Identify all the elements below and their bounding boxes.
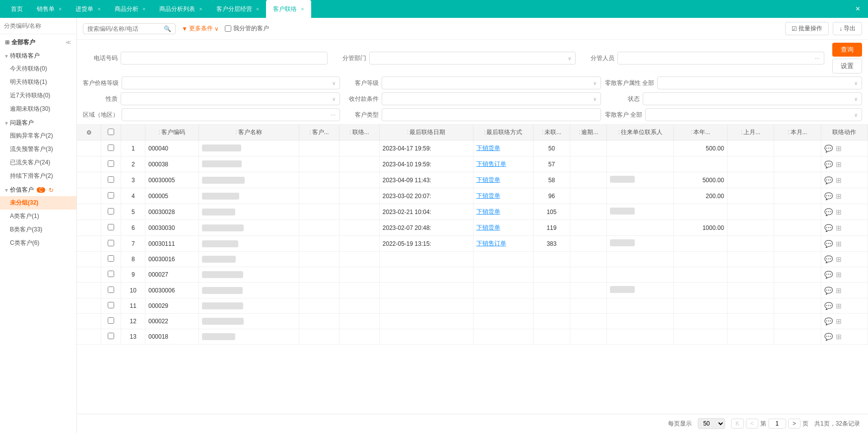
chat-icon[interactable]: 💬: [824, 224, 833, 232]
grid-action-icon[interactable]: ⊞: [836, 192, 842, 200]
row-check-cell[interactable]: [101, 267, 121, 283]
refresh-icon[interactable]: ↻: [49, 187, 54, 194]
nav-tab-customer-contact[interactable]: 客户联络 ×: [266, 0, 311, 18]
cust-type-select[interactable]: [382, 108, 601, 121]
row-checkbox[interactable]: [108, 224, 114, 230]
row-check-cell[interactable]: [101, 329, 121, 345]
row-checkbox[interactable]: [108, 144, 114, 151]
customer-contact-tab-close[interactable]: ×: [301, 6, 304, 12]
last-way-link[interactable]: 下销货单: [476, 208, 500, 215]
phone-input[interactable]: [121, 52, 328, 65]
col-setting[interactable]: ⚙: [77, 125, 101, 141]
row-check-cell[interactable]: [101, 314, 121, 329]
row-check-cell[interactable]: [101, 298, 121, 314]
customer-tier-tab-close[interactable]: ×: [256, 6, 259, 12]
sidebar-item-a-tier[interactable]: A类客户(1): [0, 210, 76, 223]
row-checkbox[interactable]: [108, 240, 114, 246]
status-select[interactable]: ∨: [643, 92, 862, 105]
sidebar-pending-header[interactable]: ▾ 待联络客户: [0, 49, 76, 62]
more-conditions-button[interactable]: ▼ 更多条件 ∨: [182, 24, 219, 33]
row-checkbox[interactable]: [108, 271, 114, 277]
last-way-link[interactable]: 下销货单: [476, 192, 500, 199]
nav-tab-sales[interactable]: 销售单 ×: [30, 0, 68, 18]
query-button[interactable]: 查询: [832, 43, 862, 57]
next-page-button[interactable]: >: [788, 419, 801, 429]
chat-icon[interactable]: 💬: [824, 287, 833, 294]
grid-action-icon[interactable]: ⊞: [836, 255, 842, 263]
page-input[interactable]: [768, 419, 786, 429]
sidebar-item-hoarding-abnormal[interactable]: 囤购异常客户(2): [0, 129, 76, 143]
row-check-cell[interactable]: [101, 188, 121, 204]
chat-icon[interactable]: 💬: [824, 333, 833, 341]
last-way-link[interactable]: 下销售订单: [476, 160, 506, 167]
grid-action-icon[interactable]: ⊞: [836, 208, 842, 216]
sidebar-item-declining[interactable]: 持续下滑客户(2): [0, 169, 76, 183]
nav-tab-customer-tier[interactable]: 客户分层经营 ×: [209, 0, 266, 18]
my-customers-checkbox[interactable]: [225, 25, 231, 32]
sidebar-item-churned[interactable]: 已流失客户(24): [0, 156, 76, 169]
product-analysis-list-tab-close[interactable]: ×: [199, 6, 202, 12]
select-all-checkbox[interactable]: [108, 129, 114, 135]
grid-action-icon[interactable]: ⊞: [836, 224, 842, 232]
export-button[interactable]: ↓ 导出: [833, 22, 862, 35]
all-customers-header[interactable]: ⊞ 全部客户 ≪: [0, 34, 76, 49]
last-way-link[interactable]: 下销售订单: [476, 240, 506, 247]
row-checkbox[interactable]: [108, 317, 114, 324]
nav-tab-purchase[interactable]: 进货单 ×: [68, 0, 107, 18]
filter-search-input[interactable]: [87, 25, 162, 32]
sales-tab-close[interactable]: ×: [59, 6, 62, 12]
grid-action-icon[interactable]: ⊞: [836, 240, 842, 248]
grid-action-icon[interactable]: ⊞: [836, 287, 842, 294]
row-checkbox[interactable]: [108, 192, 114, 199]
last-way-link[interactable]: 下销货单: [476, 224, 500, 231]
region-select[interactable]: ···: [122, 108, 340, 121]
grid-action-icon[interactable]: ⊞: [836, 302, 842, 310]
purchase-tab-close[interactable]: ×: [97, 6, 100, 12]
chat-icon[interactable]: 💬: [824, 160, 833, 168]
nature-select[interactable]: ∨: [121, 92, 340, 105]
last-way-link[interactable]: 下销货单: [476, 176, 500, 183]
customer-level-select[interactable]: ∨: [382, 76, 601, 89]
sidebar-item-today-pending[interactable]: 今天待联络(0): [0, 62, 76, 75]
sidebar-item-c-tier[interactable]: C类客户(6): [0, 236, 76, 250]
row-checkbox[interactable]: [108, 176, 114, 183]
row-checkbox[interactable]: [108, 333, 114, 339]
grid-action-icon[interactable]: ⊞: [836, 333, 842, 341]
grid-action-icon[interactable]: ⊞: [836, 317, 842, 325]
chat-icon[interactable]: 💬: [824, 192, 833, 200]
person-select[interactable]: ···: [617, 52, 824, 65]
nav-tab-product-analysis-list[interactable]: 商品分析列表 ×: [152, 0, 209, 18]
row-check-cell[interactable]: [101, 220, 121, 236]
per-page-select[interactable]: 50 100 200: [698, 418, 725, 429]
nav-tab-product-analysis[interactable]: 商品分析 ×: [108, 0, 152, 18]
row-check-cell[interactable]: [101, 236, 121, 252]
chat-icon[interactable]: 💬: [824, 302, 833, 310]
first-page-button[interactable]: K: [731, 419, 744, 429]
sidebar-item-ungrouped[interactable]: 未分组(32): [0, 196, 76, 210]
row-check-cell[interactable]: [101, 156, 121, 172]
chat-icon[interactable]: 💬: [824, 271, 833, 279]
nav-tab-home[interactable]: 首页: [4, 0, 30, 18]
grid-action-icon[interactable]: ⊞: [836, 144, 842, 152]
sidebar-item-7days-pending[interactable]: 近7天待联络(0): [0, 89, 76, 102]
batch-operation-button[interactable]: ☑ 批量操作: [785, 22, 829, 35]
product-analysis-tab-close[interactable]: ×: [142, 6, 145, 12]
sidebar-problem-header[interactable]: ▾ 问题客户: [0, 116, 76, 129]
row-check-cell[interactable]: [101, 252, 121, 267]
close-all-tabs-button[interactable]: ×: [852, 4, 864, 13]
row-check-cell[interactable]: [101, 172, 121, 188]
row-checkbox[interactable]: [108, 302, 114, 308]
grid-action-icon[interactable]: ⊞: [836, 160, 842, 168]
row-check-cell[interactable]: [101, 204, 121, 220]
retail-cust-select[interactable]: ∨: [645, 108, 862, 121]
last-way-link[interactable]: 下销货单: [476, 144, 500, 151]
sidebar-value-header[interactable]: ▾ 价值客户 C ↻: [0, 183, 76, 196]
chat-icon[interactable]: 💬: [824, 317, 833, 325]
row-checkbox[interactable]: [108, 160, 114, 167]
chat-icon[interactable]: 💬: [824, 176, 833, 184]
retail-attr-select[interactable]: ∨: [657, 76, 862, 89]
sidebar-item-tomorrow-pending[interactable]: 明天待联络(1): [0, 75, 76, 89]
row-check-cell[interactable]: [101, 283, 121, 298]
chat-icon[interactable]: 💬: [824, 240, 833, 248]
sidebar-item-overdue-pending[interactable]: 逾期未联络(30): [0, 102, 76, 116]
